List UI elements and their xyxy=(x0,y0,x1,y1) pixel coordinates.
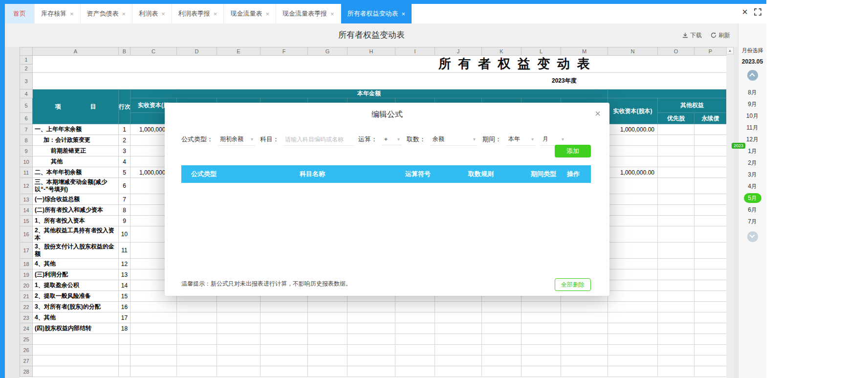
line-number-cell[interactable]: 1 xyxy=(119,124,130,135)
row-header[interactable]: 15 xyxy=(20,216,33,226)
value-cell[interactable] xyxy=(608,312,658,323)
period-select[interactable]: 本年 ▾ xyxy=(506,133,536,146)
sheet-year-cell[interactable]: 2023年度 xyxy=(33,73,727,89)
month-item[interactable]: 6月 xyxy=(738,204,766,216)
cell[interactable] xyxy=(435,302,482,312)
cell[interactable] xyxy=(658,146,694,156)
cell[interactable] xyxy=(658,194,694,205)
report-tab[interactable]: 现金流量表季报× xyxy=(276,4,341,23)
cell[interactable] xyxy=(347,312,395,323)
month-item[interactable]: 4月 xyxy=(738,180,766,192)
value-cell[interactable] xyxy=(608,156,658,167)
cell[interactable] xyxy=(694,226,727,243)
cell[interactable] xyxy=(694,205,727,216)
cell[interactable] xyxy=(694,323,727,334)
cell[interactable] xyxy=(561,334,608,345)
report-tab[interactable]: 利润表季报× xyxy=(172,4,224,23)
cell[interactable] xyxy=(217,312,260,323)
cell[interactable] xyxy=(694,124,727,135)
row-header[interactable]: 16 xyxy=(20,226,33,243)
column-header[interactable]: G xyxy=(308,47,347,56)
row-header[interactable]: 9 xyxy=(20,146,33,156)
row-label-cell[interactable] xyxy=(33,366,119,377)
row-header[interactable]: 28 xyxy=(20,366,33,377)
cell[interactable] xyxy=(521,366,561,377)
row-header[interactable]: 8 xyxy=(20,135,33,146)
cell[interactable] xyxy=(694,345,727,356)
line-number-cell[interactable]: 15 xyxy=(119,291,130,302)
tab-close-icon[interactable]: × xyxy=(265,11,269,17)
row-label-cell[interactable]: (二)所有者投入和减少资本 xyxy=(33,205,119,216)
cell[interactable] xyxy=(395,366,435,377)
row-header[interactable]: 2 xyxy=(20,64,33,73)
value-cell[interactable] xyxy=(608,146,658,156)
row-header[interactable]: 23 xyxy=(20,312,33,323)
column-header[interactable]: L xyxy=(521,47,561,56)
month-item[interactable]: 8月 xyxy=(738,87,766,98)
row-label-cell[interactable] xyxy=(33,356,119,366)
period-unit-select[interactable]: 月 ▾ xyxy=(541,133,566,146)
row-header[interactable]: 11 xyxy=(20,167,33,178)
line-number-cell[interactable]: 11 xyxy=(119,243,130,259)
header-col[interactable]: 实收资本(股本) xyxy=(608,98,658,124)
cell[interactable] xyxy=(694,334,727,345)
tab-close-icon[interactable]: × xyxy=(214,11,217,17)
cell[interactable] xyxy=(217,323,260,334)
cell[interactable] xyxy=(177,345,217,356)
cell[interactable] xyxy=(308,345,347,356)
line-number-cell[interactable] xyxy=(119,334,130,345)
cell[interactable] xyxy=(694,356,727,366)
cell[interactable] xyxy=(395,334,435,345)
value-cell[interactable]: 1,000,000.00 xyxy=(608,124,658,135)
cell[interactable] xyxy=(658,135,694,146)
cell[interactable] xyxy=(658,243,694,259)
select-all-corner[interactable] xyxy=(20,47,33,56)
subject-input[interactable] xyxy=(284,133,353,146)
sheet-title-cell[interactable]: 所 有 者 权 益 变 动 表 xyxy=(33,56,727,73)
cell[interactable] xyxy=(217,356,260,366)
cell[interactable] xyxy=(395,356,435,366)
report-tab[interactable]: 所有者权益变动表× xyxy=(341,4,412,23)
header-line[interactable]: 行次 xyxy=(119,89,130,124)
row-label-cell[interactable]: 一、上年年末余额 xyxy=(33,124,119,135)
value-cell[interactable] xyxy=(608,135,658,146)
cell[interactable] xyxy=(347,334,395,345)
formula-type-select[interactable]: 期初余额 ▾ xyxy=(218,133,255,146)
cell[interactable] xyxy=(177,356,217,366)
row-header[interactable]: 6 xyxy=(20,113,33,124)
cell[interactable] xyxy=(177,323,217,334)
cell[interactable] xyxy=(521,356,561,366)
row-label-cell[interactable]: 加：会计政策变更 xyxy=(33,135,119,146)
cell[interactable] xyxy=(177,366,217,377)
cell[interactable] xyxy=(658,280,694,291)
cell[interactable] xyxy=(658,334,694,345)
cell[interactable] xyxy=(308,312,347,323)
row-label-cell[interactable]: (三)利润分配 xyxy=(33,269,119,280)
cell[interactable] xyxy=(658,366,694,377)
line-number-cell[interactable] xyxy=(119,366,130,377)
cell[interactable] xyxy=(347,323,395,334)
cell[interactable] xyxy=(694,167,727,178)
value-cell[interactable] xyxy=(130,323,177,334)
cell[interactable] xyxy=(694,194,727,205)
row-label-cell[interactable]: 4、其他 xyxy=(33,312,119,323)
cell[interactable] xyxy=(482,312,521,323)
cell[interactable] xyxy=(658,345,694,356)
cell[interactable] xyxy=(347,345,395,356)
tab-close-icon[interactable]: × xyxy=(330,11,334,17)
operator-select[interactable]: + ▾ xyxy=(382,134,402,145)
cell[interactable] xyxy=(658,124,694,135)
close-view-icon[interactable]: × xyxy=(742,7,748,17)
value-cell[interactable] xyxy=(130,334,177,345)
column-header[interactable]: E xyxy=(217,47,260,56)
cell[interactable] xyxy=(658,167,694,178)
cell[interactable] xyxy=(177,334,217,345)
line-number-cell[interactable]: 6 xyxy=(119,178,130,194)
cell[interactable] xyxy=(482,302,521,312)
cell[interactable] xyxy=(658,323,694,334)
month-item[interactable]: 9月 xyxy=(738,98,766,110)
value-cell[interactable] xyxy=(130,356,177,366)
row-header[interactable]: 10 xyxy=(20,156,33,167)
scroll-months-up-button[interactable] xyxy=(747,70,758,81)
line-number-cell[interactable]: 5 xyxy=(119,167,130,178)
